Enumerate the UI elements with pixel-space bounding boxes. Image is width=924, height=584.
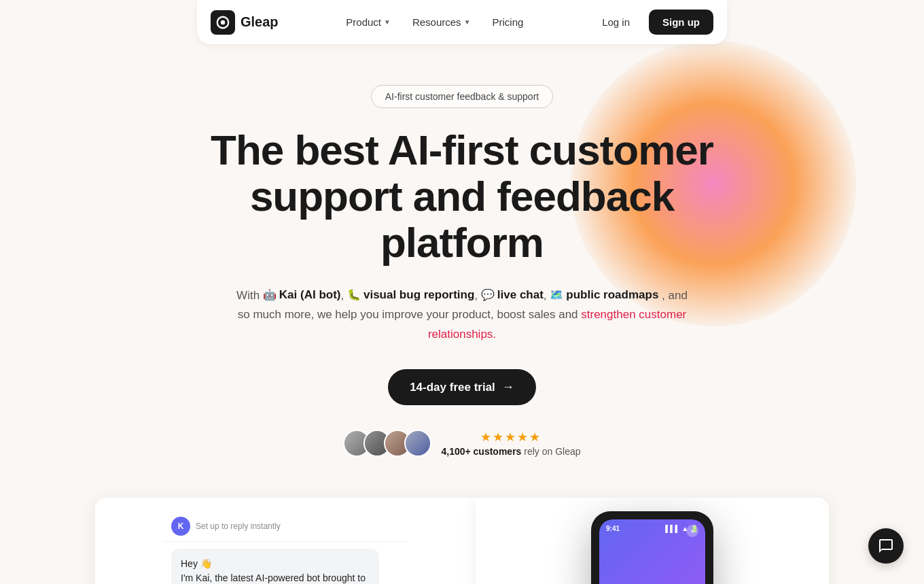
resources-chevron-icon: ▼ — [464, 18, 471, 26]
feature-bug: 🐛 visual bug reporting — [347, 286, 474, 305]
chat-agent-avatar: K — [171, 517, 190, 536]
signup-button[interactable]: Sign up — [649, 10, 713, 35]
nav-actions: Log in Sign up — [591, 10, 713, 35]
brand-name: Gleap — [241, 14, 279, 30]
login-button[interactable]: Log in — [591, 11, 641, 33]
avatar-4 — [404, 430, 431, 457]
kai-icon: 🤖 — [263, 286, 277, 304]
avatar-group — [343, 430, 431, 457]
social-proof: ★★★★★ 4,100+ customers rely on Gleap — [14, 430, 910, 457]
nav-resources[interactable]: Resources ▼ — [403, 11, 480, 33]
trial-button[interactable]: 14-day free trial → — [388, 369, 536, 405]
chat-widget-button[interactable] — [868, 528, 904, 564]
phone-screenshot: 9:41 ▌▌▌ ▲ 🔋 × — [476, 498, 829, 584]
phone-mockup: 9:41 ▌▌▌ ▲ 🔋 × — [591, 511, 713, 584]
chat-mockup: K Set up to reply instantly Hey 👋 I'm Ka… — [163, 511, 408, 584]
feature-chat: 💬 live chat — [481, 286, 544, 305]
phone-status-bar: 9:41 ▌▌▌ ▲ 🔋 — [606, 525, 698, 532]
chat-screenshot: K Set up to reply instantly Hey 👋 I'm Ka… — [95, 498, 476, 584]
feature-roadmap: 🗺️ public roadmaps — [550, 286, 658, 305]
gleap-logo-svg — [215, 15, 230, 30]
nav-links: Product ▼ Resources ▼ Pricing — [336, 11, 533, 33]
hero-section: AI-first customer feedback & support The… — [0, 44, 924, 484]
chat-header: K Set up to reply instantly — [163, 511, 408, 542]
rating-block: ★★★★★ 4,100+ customers rely on Gleap — [441, 430, 580, 457]
nav-pricing[interactable]: Pricing — [483, 11, 533, 33]
navbar: Gleap Product ▼ Resources ▼ Pricing Log … — [197, 0, 727, 44]
nav-product[interactable]: Product ▼ — [336, 11, 400, 33]
screenshots-section: K Set up to reply instantly Hey 👋 I'm Ka… — [0, 498, 924, 584]
phone-time: 9:41 — [606, 525, 620, 532]
product-chevron-icon: ▼ — [384, 18, 391, 26]
arrow-icon: → — [502, 380, 514, 394]
logo-link[interactable]: Gleap — [211, 10, 279, 35]
bug-icon: 🐛 — [347, 286, 361, 304]
chat-widget-icon — [878, 538, 894, 554]
phone-close-button[interactable]: × — [686, 525, 698, 537]
hero-title: The best AI-first customer support and f… — [190, 127, 734, 267]
logo-icon — [211, 10, 235, 35]
feature-kai: 🤖 Kai (AI bot) — [263, 286, 341, 305]
roadmap-icon: 🗺️ — [550, 286, 563, 304]
phone-screen: 9:41 ▌▌▌ ▲ 🔋 × — [599, 519, 705, 584]
customer-count: 4,100+ customers rely on Gleap — [441, 446, 580, 457]
svg-point-1 — [221, 20, 225, 24]
hero-subtitle: With 🤖 Kai (AI bot) , 🐛 visual bug repor… — [231, 286, 693, 345]
chat-bubble-1: Hey 👋 I'm Kai, the latest AI-powered bot… — [171, 549, 379, 584]
hero-badge: AI-first customer feedback & support — [371, 85, 553, 108]
star-rating: ★★★★★ — [441, 430, 580, 445]
chat-icon: 💬 — [481, 286, 495, 304]
